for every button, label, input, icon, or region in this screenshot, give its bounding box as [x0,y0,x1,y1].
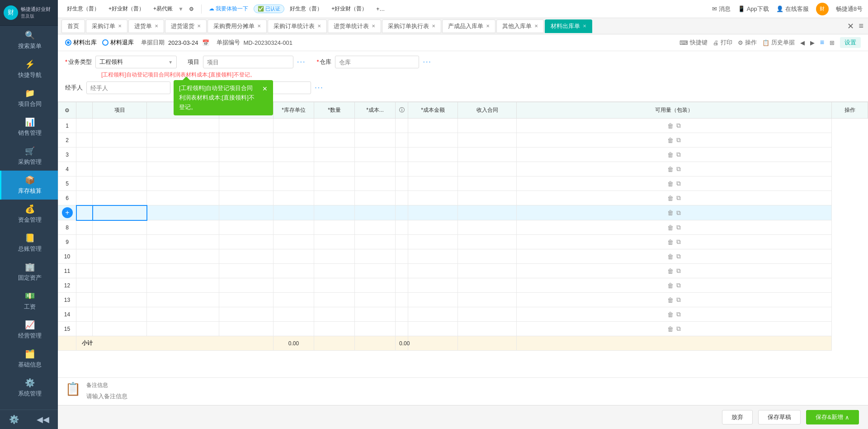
tab-purchase-order-close[interactable]: ✕ [118,24,122,29]
nav-prev[interactable]: ◀ [800,39,805,46]
radio-material-out[interactable]: 材料出库 [65,38,97,47]
row-1-unit[interactable] [219,119,274,133]
tab-purchase-stats-close[interactable]: ✕ [317,24,321,29]
row-8-copy[interactable]: ⧉ [676,224,681,231]
topbar-nav-yidaizhang[interactable]: +易代账 [150,3,176,14]
sidebar-item-sales[interactable]: 📊 销售管理 [0,113,58,142]
settings-icon[interactable]: ⚙️ [9,415,19,424]
row-6-copy[interactable]: ⧉ [676,194,681,202]
sidebar-item-shortcuts[interactable]: ⚡ 快捷导航 [0,55,58,84]
tab-purchase-stats[interactable]: 采购订单统计表 ✕ [268,19,327,33]
user-avatar[interactable]: 财 [816,3,829,15]
history-btn[interactable]: 📋 历史单据 [762,38,795,47]
row-2-project[interactable] [76,133,93,148]
sidebar-item-purchase[interactable]: 🛒 采购管理 [0,142,58,171]
row-2-material[interactable] [93,133,147,148]
save-new-button[interactable]: 保存&新增 ∧ [806,410,859,424]
project-input[interactable] [203,56,293,68]
row-12-delete[interactable]: 🗑 [667,282,674,289]
row-2-income-contract[interactable] [408,133,458,148]
collapse-icon[interactable]: ◀◀ [37,415,49,424]
topbar-nav-haoshengyi[interactable]: 好生意（普） [63,3,103,14]
th-gear[interactable]: ⚙ [58,102,76,119]
row-15-copy[interactable]: ⧉ [676,325,681,333]
topbar-nav-haoyecai[interactable]: +好业财（普） [105,3,148,14]
row-14-delete[interactable]: 🗑 [667,311,674,318]
settings-btn[interactable]: 设置 [840,37,861,48]
row-11-delete[interactable]: 🗑 [667,267,674,275]
tab-purchase-exec[interactable]: 采购订单执行表 ✕ [382,19,441,33]
ops-btn[interactable]: ⚙ 操作 [738,38,757,47]
row-7-copy[interactable]: ⧉ [676,209,681,217]
row-1-copy[interactable]: ⧉ [676,122,681,129]
sidebar-item-search[interactable]: 🔍 搜索菜单 [0,26,58,55]
nav-next[interactable]: ▶ [810,39,815,46]
tab-goods-return-close[interactable]: ✕ [197,24,201,29]
row-2-cost[interactable] [314,133,355,148]
handler-input[interactable] [86,81,170,94]
message-button[interactable]: ✉ 消息 [712,5,731,13]
row-10-delete[interactable]: 🗑 [667,253,674,260]
row-6-delete[interactable]: 🗑 [667,195,674,202]
online-service-button[interactable]: 👤 在线客服 [776,5,809,13]
abandon-button[interactable]: 放弃 [722,410,753,424]
row-9-copy[interactable]: ⧉ [676,238,681,246]
warehouse-dots[interactable]: ··· [423,58,431,66]
row-2-cost-amount[interactable] [396,133,408,148]
tab-material-out[interactable]: 材料出库单 ✕ [545,19,592,33]
radio-material-return[interactable]: 材料退库 [102,38,134,47]
sidebar-item-accounting[interactable]: 📒 总账管理 [0,229,58,257]
row-1-qty[interactable] [274,119,314,133]
tab-goods-return[interactable]: 进货退货 ✕ [165,19,207,33]
view-grid[interactable]: ⊞ [830,39,835,46]
row-10-copy[interactable]: ⧉ [676,253,681,260]
row-1-delete[interactable]: 🗑 [667,122,674,129]
sidebar-item-payroll[interactable]: 💵 工资 [0,286,58,315]
topbar-haoshengyi2[interactable]: 好生意（普） [286,3,326,14]
row-1-cost-amount[interactable] [396,119,408,133]
row-3-copy[interactable]: ⧉ [676,151,681,158]
row-1-available[interactable] [458,119,517,133]
tab-home[interactable]: 首页 [61,19,85,33]
row-1-cost[interactable] [314,119,355,133]
row-1-spec[interactable] [147,119,219,133]
row-2-available[interactable] [458,133,517,148]
row-3-delete[interactable]: 🗑 [667,151,674,158]
sidebar-item-operations[interactable]: 📈 经营管理 [0,315,58,344]
tab-goods-stats[interactable]: 进货单统计表 ✕ [328,19,381,33]
save-draft-button[interactable]: 保存草稿 [758,410,801,424]
tab-goods-in-close[interactable]: ✕ [155,24,158,29]
tab-product-in-close[interactable]: ✕ [486,24,490,29]
tab-purchase-exec-close[interactable]: ✕ [432,24,435,29]
row-15-delete[interactable]: 🗑 [667,325,674,333]
row-2-copy[interactable]: ⧉ [676,136,681,144]
tab-other-in-close[interactable]: ✕ [534,24,538,29]
tab-purchase-expense-close[interactable]: ✕ [257,24,261,29]
sidebar-item-projects[interactable]: 📁 项目合同 [0,84,58,113]
add-row-button[interactable]: + [62,207,73,218]
tab-purchase-order[interactable]: 采购订单 ✕ [86,19,127,33]
row-2-spec[interactable] [147,133,219,148]
notes-input[interactable] [86,391,861,401]
shortcut-btn[interactable]: ⌨ 快捷键 [679,38,708,47]
row-2-unit[interactable] [219,133,274,148]
row-7-delete[interactable]: 🗑 [667,209,674,216]
tab-other-in[interactable]: 其他入库单 ✕ [496,19,544,33]
row-13-copy[interactable]: ⧉ [676,296,681,304]
warehouse-input[interactable] [335,56,419,68]
income-contract-dots[interactable]: ··· [315,84,323,92]
row-4-copy[interactable]: ⧉ [676,165,681,173]
row-4-delete[interactable]: 🗑 [667,166,674,173]
print-btn[interactable]: 🖨 打印 [713,38,732,47]
row-2-qty[interactable] [274,133,314,148]
app-download-button[interactable]: 📱 App下载 [738,5,769,13]
topbar-trial[interactable]: ☁ 我要体验一下 [205,3,252,14]
tab-product-in[interactable]: 产成品入库单 ✕ [442,19,495,33]
business-type-select[interactable]: 工程领料 ▼ [95,56,177,68]
sidebar-item-assets[interactable]: 🏢 固定资产 [0,257,58,286]
tab-menu[interactable]: ≡ [858,20,864,32]
project-dots[interactable]: ··· [297,58,306,66]
row-5-delete[interactable]: 🗑 [667,180,674,187]
row-12-copy[interactable]: ⧉ [676,281,681,289]
row-5-copy[interactable]: ⧉ [676,180,681,187]
